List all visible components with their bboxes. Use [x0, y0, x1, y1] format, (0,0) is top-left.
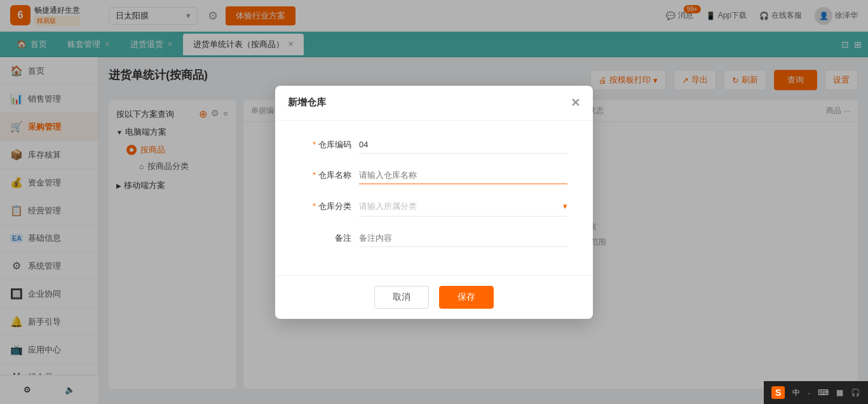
modal-header: 新增仓库 ✕: [275, 86, 593, 121]
category-dropdown-icon: ▾: [563, 201, 567, 211]
warehouse-name-input[interactable]: [359, 166, 567, 184]
status-keyboard[interactable]: ⌨: [818, 388, 829, 397]
form-row-name: 仓库名称: [301, 166, 567, 184]
form-row-category: 仓库分类 请输入所属分类 ▾: [301, 197, 567, 217]
modal-close-button[interactable]: ✕: [571, 96, 580, 110]
category-label: 仓库分类: [301, 201, 351, 212]
status-lang[interactable]: 中: [792, 387, 800, 398]
modal-footer: 取消 保存: [275, 275, 593, 319]
modal-add-warehouse: 新增仓库 ✕ 仓库编码 仓库名称 仓库分类 请输入所属分类 ▾: [275, 86, 593, 319]
status-dot: ·: [808, 388, 810, 398]
save-button[interactable]: 保存: [439, 286, 494, 309]
code-label: 仓库编码: [301, 139, 351, 151]
name-label: 仓库名称: [301, 170, 351, 181]
note-input[interactable]: [359, 229, 567, 247]
status-bar: S 中 · ⌨ ▦ 🎧: [764, 381, 868, 404]
modal-body: 仓库编码 仓库名称 仓库分类 请输入所属分类 ▾ 备注: [275, 121, 593, 275]
note-label: 备注: [301, 232, 351, 244]
modal-title: 新增仓库: [288, 97, 326, 109]
modal-overlay: 新增仓库 ✕ 仓库编码 仓库名称 仓库分类 请输入所属分类 ▾: [0, 0, 868, 404]
form-row-note: 备注: [301, 229, 567, 247]
category-select[interactable]: 请输入所属分类 ▾: [359, 197, 567, 217]
category-placeholder: 请输入所属分类: [359, 201, 417, 212]
status-grid[interactable]: ▦: [836, 388, 843, 397]
status-headset[interactable]: 🎧: [851, 388, 860, 397]
cancel-button[interactable]: 取消: [374, 286, 429, 309]
form-row-code: 仓库编码: [301, 136, 567, 154]
warehouse-code-input[interactable]: [359, 136, 567, 154]
brand-icon: S: [771, 386, 785, 399]
